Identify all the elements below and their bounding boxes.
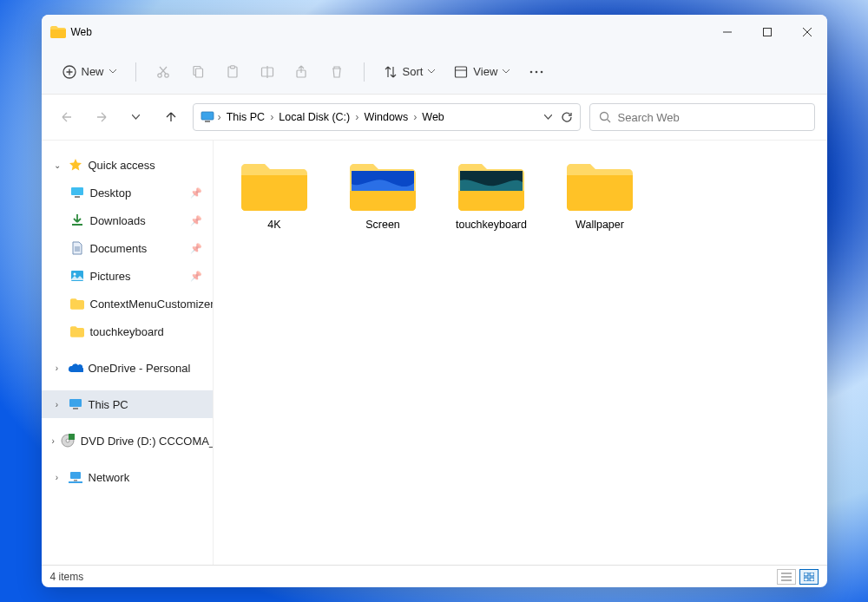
- sidebar-item-touchkeyboard[interactable]: touchkeyboard: [42, 317, 213, 345]
- downloads-icon: [69, 213, 85, 227]
- new-button[interactable]: New: [54, 60, 125, 84]
- sidebar-item-downloads[interactable]: Downloads 📌: [42, 206, 213, 234]
- folder-4k[interactable]: 4K: [229, 156, 320, 234]
- chevron-right-icon: ›: [52, 436, 55, 446]
- svg-line-9: [161, 67, 167, 74]
- sidebar-item-onedrive[interactable]: › OneDrive - Personal: [42, 354, 213, 382]
- search-icon: [599, 111, 611, 123]
- command-toolbar: New Sort View: [42, 49, 827, 95]
- chevron-down-icon: [503, 69, 510, 74]
- ellipsis-icon: [529, 70, 543, 74]
- chevron-right-icon: ›: [52, 363, 62, 373]
- svg-point-20: [530, 70, 533, 73]
- view-button[interactable]: View: [445, 60, 518, 84]
- paste-button[interactable]: [216, 56, 249, 88]
- folder-icon: [69, 297, 85, 311]
- delete-button[interactable]: [320, 56, 353, 88]
- view-icon: [454, 65, 468, 79]
- svg-point-7: [157, 73, 161, 76]
- sidebar-item-this-pc[interactable]: › This PC: [42, 390, 213, 418]
- svg-rect-24: [205, 121, 210, 122]
- copy-icon: [191, 65, 205, 79]
- search-box[interactable]: [589, 103, 815, 131]
- dvd-icon: [60, 434, 76, 448]
- sidebar-item-documents[interactable]: Documents 📌: [42, 234, 213, 262]
- breadcrumb[interactable]: Windows: [362, 111, 410, 123]
- more-button[interactable]: [520, 56, 553, 88]
- pictures-icon: [69, 269, 85, 283]
- svg-rect-23: [201, 112, 214, 120]
- details-view-button[interactable]: [777, 569, 796, 585]
- forward-button[interactable]: [89, 104, 115, 130]
- folder-wallpaper[interactable]: Wallpaper: [555, 156, 646, 234]
- svg-line-10: [160, 67, 166, 74]
- onedrive-icon: [68, 361, 83, 375]
- svg-rect-39: [70, 472, 81, 479]
- folder-icon: [457, 160, 526, 213]
- list-icon: [781, 573, 792, 581]
- svg-point-25: [600, 113, 608, 121]
- pc-icon: [201, 111, 214, 123]
- minimize-button[interactable]: [707, 15, 747, 49]
- view-button-label: View: [473, 65, 497, 78]
- pin-icon: 📌: [190, 187, 202, 199]
- chevron-right-icon: ›: [413, 111, 417, 123]
- back-button[interactable]: [54, 104, 80, 130]
- sidebar-item-network[interactable]: › Network: [42, 463, 213, 491]
- svg-rect-48: [810, 573, 814, 576]
- address-box[interactable]: › This PC › Local Disk (C:) › Windows › …: [193, 103, 581, 131]
- breadcrumb[interactable]: Local Disk (C:): [277, 111, 352, 123]
- window-title: Web: [71, 26, 707, 38]
- sidebar-item-label: Quick access: [89, 159, 155, 172]
- sidebar-item-contextmenu[interactable]: ContextMenuCustomizer: [42, 290, 213, 317]
- breadcrumb[interactable]: This PC: [225, 111, 266, 123]
- svg-rect-34: [69, 399, 82, 407]
- svg-line-26: [607, 120, 610, 123]
- plus-circle-icon: [62, 65, 76, 79]
- paste-icon: [226, 65, 240, 79]
- chevron-right-icon: ›: [355, 111, 358, 123]
- trash-icon: [330, 65, 344, 79]
- sidebar-item-dvd[interactable]: › DVD Drive (D:) CCCOMA_X64: [42, 427, 213, 455]
- new-button-label: New: [82, 65, 104, 78]
- sort-button[interactable]: Sort: [375, 60, 444, 84]
- copy-button[interactable]: [181, 56, 214, 88]
- chevron-down-icon[interactable]: [544, 115, 552, 120]
- share-icon: [295, 65, 309, 79]
- svg-point-8: [164, 73, 168, 76]
- search-input[interactable]: [618, 111, 806, 124]
- folder-touchkeyboard[interactable]: touchkeyboard: [446, 156, 537, 234]
- close-button[interactable]: [787, 15, 827, 49]
- refresh-icon[interactable]: [561, 111, 573, 123]
- rename-button[interactable]: [251, 56, 284, 88]
- sidebar-item-pictures[interactable]: Pictures 📌: [42, 262, 213, 290]
- pc-icon: [68, 397, 83, 411]
- pin-icon: 📌: [190, 215, 202, 226]
- sidebar-item-label: OneDrive - Personal: [89, 362, 191, 375]
- icons-view-button[interactable]: [799, 569, 819, 585]
- explorer-window: Web New: [42, 15, 827, 587]
- addressbar-row: › This PC › Local Disk (C:) › Windows › …: [42, 95, 827, 140]
- share-button[interactable]: [286, 56, 319, 88]
- sort-button-label: Sort: [403, 65, 424, 78]
- svg-rect-27: [71, 187, 83, 195]
- up-button[interactable]: [158, 104, 184, 130]
- folder-label: touchkeyboard: [456, 219, 527, 231]
- sidebar-item-quick-access[interactable]: ⌄ Quick access: [42, 151, 213, 179]
- chevron-right-icon: ›: [218, 111, 221, 123]
- content-area[interactable]: 4K Screen touchkeyboard Wallpaper: [214, 141, 827, 565]
- maximize-button[interactable]: [747, 15, 787, 49]
- breadcrumb[interactable]: Web: [420, 111, 445, 123]
- svg-rect-1: [763, 29, 771, 36]
- recent-button[interactable]: [123, 104, 149, 130]
- folder-screen[interactable]: Screen: [338, 156, 429, 234]
- svg-point-21: [536, 70, 538, 73]
- folder-icon: [348, 160, 418, 213]
- titlebar: Web: [42, 15, 827, 49]
- chevron-down-icon: ⌄: [52, 160, 62, 170]
- navigation-pane: ⌄ Quick access Desktop 📌 Downloads 📌 Doc…: [42, 141, 214, 565]
- rename-icon: [260, 65, 274, 79]
- svg-rect-50: [810, 578, 814, 581]
- cut-button[interactable]: [147, 56, 180, 88]
- sidebar-item-desktop[interactable]: Desktop 📌: [42, 179, 213, 206]
